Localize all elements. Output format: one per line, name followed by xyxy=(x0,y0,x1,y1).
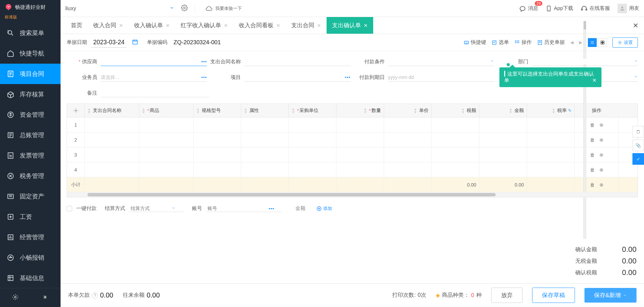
edit-icon[interactable]: ✎ xyxy=(568,108,572,113)
tab-income-confirm[interactable]: 收入确认单✕ xyxy=(129,17,175,34)
close-icon[interactable]: ✕ xyxy=(317,23,321,28)
tab-income-contract[interactable]: 收入合同✕ xyxy=(88,17,129,34)
org-gear-icon[interactable] xyxy=(181,4,188,12)
col-rate[interactable]: ▲▼税率 ✎ xyxy=(527,104,575,117)
tab-red-income-confirm[interactable]: 红字收入确认单✕ xyxy=(175,17,233,34)
shortcut-button[interactable]: 快捷键 xyxy=(464,39,486,46)
close-icon[interactable]: ✕ xyxy=(276,23,280,28)
settings-button[interactable]: 设置 xyxy=(612,37,638,48)
side-btn-3[interactable]: ✓ xyxy=(632,153,644,165)
close-icon[interactable]: ✕ xyxy=(166,23,170,28)
nav-fund[interactable]: 资金管理 xyxy=(0,104,61,125)
add-row-icon[interactable]: ⊕ xyxy=(599,167,604,173)
nav-assets[interactable]: 固定资产 xyxy=(0,186,61,207)
help-icon[interactable]: ? xyxy=(92,292,98,298)
close-icon[interactable]: ✕ xyxy=(224,23,228,28)
date-value[interactable]: 2023-03-24 xyxy=(91,37,127,48)
col-tax[interactable]: ▲▼税额 xyxy=(432,104,479,117)
add-row-icon[interactable]: ⊕ xyxy=(599,137,604,143)
chevron-down-icon[interactable] xyxy=(171,206,176,211)
delete-icon[interactable]: 🗑 xyxy=(590,182,595,188)
save-draft-button[interactable]: 保存草稿 xyxy=(532,288,575,303)
org-selector[interactable]: liuxy xyxy=(65,5,174,12)
nav-expense[interactable]: 小畅报销 xyxy=(0,247,61,268)
discard-button[interactable]: 放弃 xyxy=(491,288,523,303)
lookup-icon[interactable]: ••• xyxy=(269,206,275,211)
close-icon[interactable]: ✕ xyxy=(119,23,123,28)
lookup-icon[interactable]: ••• xyxy=(201,75,207,80)
scrollbar-track[interactable] xyxy=(583,21,586,239)
history-button[interactable]: 历史单据 xyxy=(537,39,565,46)
add-row-icon[interactable]: ⊕ xyxy=(599,122,604,128)
try-button[interactable]: 我要体验一下 xyxy=(205,5,242,12)
list-view-icon[interactable] xyxy=(588,38,597,47)
nav-salary[interactable]: 工资 xyxy=(0,207,61,227)
col-qty[interactable]: ▲▼*数量 xyxy=(336,104,384,117)
col-price[interactable]: ▲▼单价 xyxy=(384,104,432,117)
contract-name-field[interactable] xyxy=(244,57,350,66)
dept-field[interactable] xyxy=(532,57,638,66)
close-all-tabs-icon[interactable]: ✕ xyxy=(627,21,644,30)
grid-row-2[interactable]: 2🗑⊕ xyxy=(67,132,638,147)
next-arrow-icon[interactable]: ▶ xyxy=(579,40,582,45)
nav-project-contract[interactable]: 项目合同 xyxy=(0,64,61,84)
prev-arrow-icon[interactable]: ◀ xyxy=(570,40,574,45)
select-order-button[interactable]: 选单 xyxy=(492,39,509,46)
onekey-checkbox[interactable] xyxy=(67,206,72,211)
grid-row-4[interactable]: 4🗑⊕ xyxy=(67,162,638,177)
lookup-icon[interactable]: ••• xyxy=(345,75,351,80)
collapse-icon[interactable] xyxy=(42,294,49,302)
delete-icon[interactable]: 🗑 xyxy=(590,152,595,158)
grid-row-1[interactable]: 1🗑⊕ xyxy=(67,117,638,132)
grid-view-icon[interactable] xyxy=(598,38,607,47)
nav-inventory[interactable]: 库存核算 xyxy=(0,84,61,104)
col-spec[interactable]: ▲▼规格型号 xyxy=(194,104,241,117)
delete-icon[interactable]: 🗑 xyxy=(590,167,595,173)
acct-field[interactable]: ••• xyxy=(206,205,281,212)
payment-term-field[interactable] xyxy=(388,57,494,66)
col-attr[interactable]: ▲▼属性 xyxy=(241,104,289,117)
col-contract[interactable]: ▲▼支出合同名称 xyxy=(85,104,139,117)
col-goods[interactable]: ▲▼*商品 xyxy=(139,104,194,117)
chevron-down-icon[interactable] xyxy=(634,75,638,80)
clerk-field[interactable]: ••• xyxy=(101,73,207,82)
save-new-button[interactable]: 保存&新增 xyxy=(584,288,637,303)
add-row-icon[interactable]: ⊕ xyxy=(599,152,604,158)
grid-row-3[interactable]: 3🗑⊕ xyxy=(67,147,638,162)
tab-expense-confirm[interactable]: 支出确认单✕ xyxy=(327,17,373,34)
tooltip-close-icon[interactable]: ✕ xyxy=(592,77,597,83)
nav-base[interactable]: 基础信息 xyxy=(0,268,61,288)
app-download-button[interactable]: App下载 xyxy=(546,5,573,12)
tab-expense-contract[interactable]: 支出合同✕ xyxy=(286,17,327,34)
grid-scrollbar[interactable] xyxy=(67,192,638,197)
nav-ledger[interactable]: 总账管理 xyxy=(0,125,61,145)
chevron-down-icon[interactable] xyxy=(634,59,638,64)
messages-button[interactable]: 消息 29 xyxy=(519,5,538,12)
nav-quick[interactable]: 快捷导航 xyxy=(0,43,61,64)
add-button[interactable]: 添加 xyxy=(316,206,332,212)
settings-icon[interactable] xyxy=(12,294,19,302)
col-config-icon[interactable] xyxy=(67,104,85,117)
remark-field[interactable] xyxy=(101,88,210,97)
side-btn-1[interactable]: 🗒 xyxy=(632,126,644,138)
method-field[interactable] xyxy=(129,205,184,212)
nav-search-menu[interactable]: 搜索菜单 xyxy=(0,23,61,43)
project-field[interactable]: ••• xyxy=(244,73,350,82)
tab-income-kanban[interactable]: 收入合同看板✕ xyxy=(233,17,286,34)
add-row-icon[interactable]: ⊕ xyxy=(599,182,604,188)
side-btn-2[interactable]: 📎 xyxy=(632,140,644,151)
lookup-icon[interactable]: ••• xyxy=(201,59,207,64)
col-amount[interactable]: ▲▼金额 xyxy=(479,104,527,117)
delete-icon[interactable]: 🗑 xyxy=(590,137,595,143)
user-menu[interactable]: 用友 xyxy=(617,4,639,13)
delete-icon[interactable]: 🗑 xyxy=(590,122,595,128)
nav-biz[interactable]: 经营管理 xyxy=(0,227,61,247)
tab-home[interactable]: 首页 xyxy=(65,17,88,34)
col-unit[interactable]: ▲▼*采购单位 xyxy=(289,104,336,117)
ops-button[interactable]: 操作 xyxy=(514,39,532,46)
paydate-field[interactable] xyxy=(388,73,494,82)
nav-invoice[interactable]: 发票管理 xyxy=(0,145,61,166)
nav-tax[interactable]: 税务管理 xyxy=(0,166,61,186)
close-icon[interactable]: ✕ xyxy=(364,23,368,28)
calendar-icon[interactable] xyxy=(132,39,138,46)
